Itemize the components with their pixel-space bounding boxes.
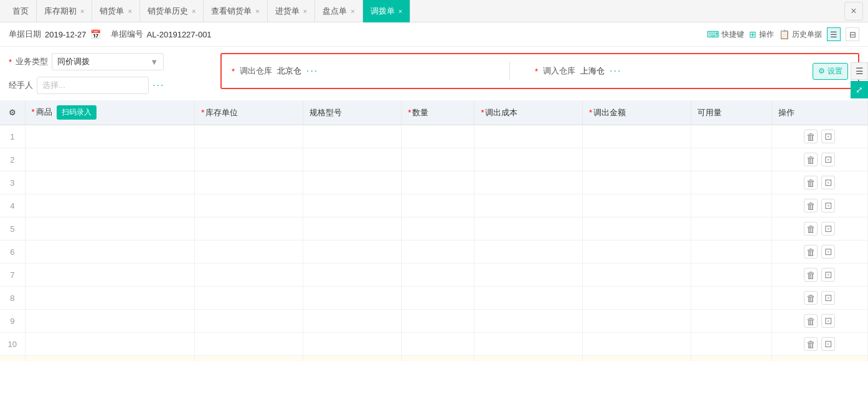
tab-home[interactable]: 首页: [5, 0, 37, 22]
row-product-6[interactable]: [25, 240, 195, 264]
row-action-5: 🗑⊡: [771, 217, 867, 240]
shortcuts-button[interactable]: ⌨ 快捷键: [707, 29, 744, 40]
business-type-arrow-icon: ▼: [150, 57, 158, 67]
row-product-11: [25, 356, 195, 362]
business-type-select[interactable]: 同价调拨 ▼: [52, 53, 164, 70]
delete-row-2-icon[interactable]: 🗑: [804, 153, 818, 166]
table-action-header: 操作: [771, 100, 867, 125]
row-product-9[interactable]: [25, 310, 195, 333]
delete-row-10-icon[interactable]: 🗑: [804, 337, 818, 351]
delete-row-9-icon[interactable]: 🗑: [804, 314, 818, 328]
settings-button[interactable]: ⚙ 设置: [813, 63, 848, 80]
right-expand-icon[interactable]: ⤢: [851, 81, 868, 98]
row-product-7[interactable]: [25, 264, 195, 287]
copy-row-10-icon[interactable]: ⊡: [821, 337, 835, 351]
window-close-button[interactable]: ×: [844, 2, 863, 21]
doc-number-value: AL-20191227-001: [147, 30, 212, 39]
tab-close-sales-order[interactable]: ×: [128, 7, 131, 15]
row-available-3: [691, 171, 771, 194]
tab-transfer-order[interactable]: 调拨单 ×: [363, 0, 410, 22]
table-container: ⚙ *商品 扫码录入 *库存单位 规格型号 *数量 *调出成本 *调出金额: [0, 100, 868, 361]
delete-row-1-icon[interactable]: 🗑: [804, 130, 818, 143]
row-unit-2: [195, 148, 303, 171]
tab-close-inventory-check[interactable]: ×: [351, 7, 354, 15]
tab-close-view-sales[interactable]: ×: [255, 7, 259, 15]
tab-purchase-order[interactable]: 进货单 ×: [268, 0, 315, 22]
history-button[interactable]: 📋 历史单据: [779, 29, 822, 40]
table-unit-header: *库存单位: [195, 100, 303, 125]
row-cost-11: 0.00: [474, 356, 583, 362]
row-product-4[interactable]: [25, 194, 195, 217]
table-available-header: 可用量: [691, 100, 771, 125]
delete-row-5-icon[interactable]: 🗑: [804, 222, 818, 236]
row-product-8[interactable]: [25, 287, 195, 310]
row-product-5[interactable]: [25, 217, 195, 240]
history-icon: 📋: [779, 29, 790, 39]
form-area: * 业务类型 同价调拨 ▼ 经手人 选择... ··· * 调出仓库 北京仓 ·…: [0, 47, 868, 100]
row-spec-7: [303, 264, 401, 287]
tab-inventory-check[interactable]: 盘点单 ×: [315, 0, 362, 22]
row-unit-7: [195, 264, 303, 287]
copy-row-2-icon[interactable]: ⊡: [821, 153, 835, 166]
handler-select[interactable]: 选择...: [37, 77, 149, 94]
row-cost-8: [474, 287, 583, 310]
tab-close-purchase-order[interactable]: ×: [303, 7, 307, 15]
tab-sales-history[interactable]: 销货单历史 ×: [140, 0, 204, 22]
row-cost-6: [474, 240, 583, 264]
transfer-out-field: * 调出仓库 北京仓 ···: [232, 65, 484, 77]
delete-row-3-icon[interactable]: 🗑: [804, 176, 818, 189]
list-view-button[interactable]: ☰: [827, 27, 841, 41]
row-number-7: 7: [0, 264, 25, 287]
copy-row-7-icon[interactable]: ⊡: [821, 268, 835, 282]
copy-row-5-icon[interactable]: ⊡: [821, 222, 835, 236]
right-list-icon[interactable]: ☰: [851, 62, 868, 80]
copy-row-4-icon[interactable]: ⊡: [821, 199, 835, 212]
table-cost-header: *调出成本: [474, 100, 583, 125]
table-gear-header[interactable]: ⚙: [0, 100, 25, 125]
copy-row-8-icon[interactable]: ⊡: [821, 291, 835, 305]
grid-view-button[interactable]: ⊟: [846, 27, 859, 41]
transfer-in-value: 上海仓: [580, 65, 605, 77]
transfer-in-more-button[interactable]: ···: [610, 65, 621, 77]
date-label: 单据日期: [9, 29, 41, 40]
copy-row-9-icon[interactable]: ⊡: [821, 314, 835, 328]
toolbar: 单据日期 2019-12-27 📅 单据编号 AL-20191227-001 ⌨…: [0, 22, 868, 47]
tab-view-sales[interactable]: 查看销货单 ×: [204, 0, 267, 22]
row-available-11: [691, 356, 771, 362]
tab-sales-order[interactable]: 销货单 ×: [92, 0, 139, 22]
table-amount-header: *调出金额: [583, 100, 691, 125]
row-product-10[interactable]: [25, 333, 195, 356]
tab-inventory-init[interactable]: 库存期初 ×: [37, 0, 92, 22]
row-quantity-11: 0.00: [402, 356, 474, 362]
delete-row-7-icon[interactable]: 🗑: [804, 268, 818, 282]
tab-close-transfer-order[interactable]: ×: [399, 7, 402, 15]
scan-input-button[interactable]: 扫码录入: [57, 105, 97, 120]
delete-row-6-icon[interactable]: 🗑: [804, 245, 818, 259]
row-amount-8: [583, 287, 691, 310]
toolbar-right: ⌨ 快捷键 ⊞ 操作 📋 历史单据 ☰ ⊟: [707, 27, 859, 41]
delete-row-8-icon[interactable]: 🗑: [804, 291, 818, 305]
copy-row-6-icon[interactable]: ⊡: [821, 245, 835, 259]
business-type-required-star: *: [9, 57, 12, 67]
handler-field: 经手人 选择... ···: [9, 77, 208, 94]
handler-more-button[interactable]: ···: [153, 80, 164, 91]
row-product-1[interactable]: [25, 125, 195, 148]
row-spec-11: [303, 356, 401, 362]
row-amount-1: [583, 125, 691, 148]
transfer-out-more-button[interactable]: ···: [306, 65, 318, 77]
row-product-2[interactable]: [25, 148, 195, 171]
doc-number-label: 单据编号: [111, 29, 143, 40]
copy-row-3-icon[interactable]: ⊡: [821, 176, 835, 189]
operations-button[interactable]: ⊞ 操作: [749, 29, 774, 40]
warehouse-box: * 调出仓库 北京仓 ··· * 调入仓库 上海仓 ··· ⚙ 设置: [220, 53, 859, 89]
date-picker-icon[interactable]: 📅: [90, 29, 101, 39]
copy-row-1-icon[interactable]: ⊡: [821, 130, 835, 143]
tab-close-inventory-init[interactable]: ×: [80, 7, 84, 15]
doc-field-group: 单据编号 AL-20191227-001: [111, 29, 212, 40]
row-cost-3: [474, 171, 583, 194]
row-number-6: 6: [0, 240, 25, 264]
row-unit-11: [195, 356, 303, 362]
delete-row-4-icon[interactable]: 🗑: [804, 199, 818, 212]
tab-close-sales-history[interactable]: ×: [192, 7, 196, 15]
row-product-3[interactable]: [25, 171, 195, 194]
